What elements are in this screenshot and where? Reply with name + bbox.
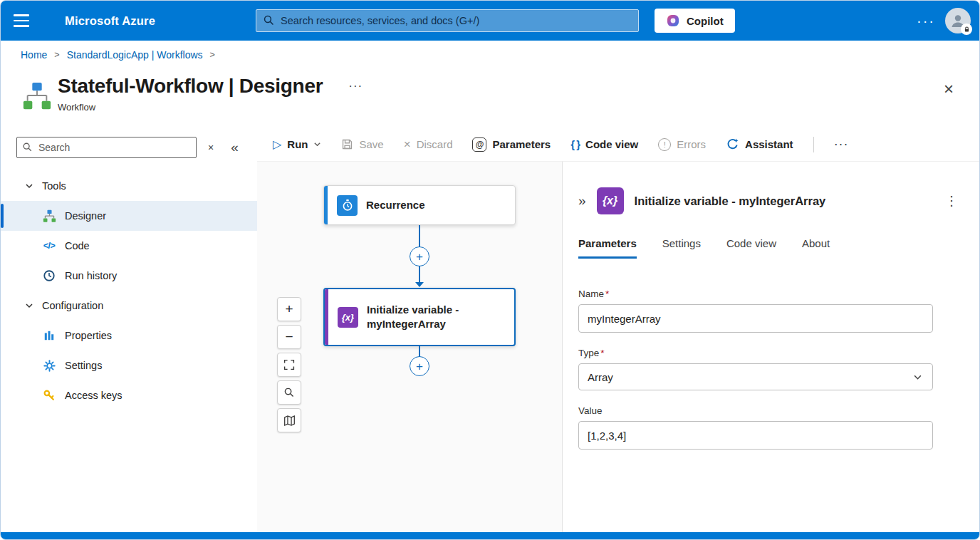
sidebar-item-label: Run history	[65, 270, 117, 281]
workflow-icon	[22, 81, 52, 112]
search-icon	[22, 142, 33, 152]
run-button[interactable]: ▷ Run	[273, 137, 321, 151]
sidebar-item-properties[interactable]: Properties	[1, 321, 257, 351]
sidebar-item-label: Settings	[65, 360, 102, 371]
workflow-mini-icon	[42, 209, 56, 223]
action-details-panel: » {x} Initialize variable - myIntegerArr…	[562, 161, 979, 532]
gear-icon	[42, 360, 56, 372]
add-action-button[interactable]: +	[410, 356, 429, 376]
discard-icon: ×	[404, 137, 411, 152]
hamburger-menu-icon[interactable]	[14, 12, 32, 29]
assistant-icon	[726, 137, 739, 151]
connector-line	[419, 266, 420, 282]
fit-to-window-button[interactable]	[277, 353, 301, 377]
name-field-label: Name*	[578, 289, 962, 299]
parameters-form: Name* Type* Array	[578, 289, 962, 450]
zoom-in-button[interactable]: +	[277, 297, 301, 321]
sidebar-item-label: Access keys	[65, 390, 123, 401]
type-dropdown-value: Array	[588, 371, 613, 383]
parameters-button[interactable]: @ Parameters	[472, 137, 551, 152]
assistant-button[interactable]: Assistant	[726, 137, 793, 151]
clear-search-button[interactable]: ×	[208, 142, 214, 153]
clock-icon	[42, 269, 56, 282]
tab-code-view[interactable]: Code view	[726, 237, 776, 259]
value-field-label: Value	[578, 405, 962, 416]
sidebar-item-label: Properties	[65, 330, 112, 341]
sidebar-item-run-history[interactable]: Run history	[1, 261, 257, 291]
node-accent	[325, 289, 328, 345]
add-action-button[interactable]: +	[410, 246, 429, 266]
node-recurrence[interactable]: Recurrence	[323, 185, 516, 225]
required-marker: *	[605, 289, 609, 299]
copilot-button[interactable]: Copilot	[655, 9, 735, 33]
bottom-status-bar	[1, 532, 979, 539]
designer-toolbar: ▷ Run Save × Discard @ Parameters {	[257, 128, 979, 161]
close-blade-button[interactable]: ×	[944, 81, 954, 98]
sidebar-search	[16, 137, 197, 158]
collapse-sidebar-button[interactable]: «	[231, 140, 239, 155]
sidebar-search-input[interactable]	[16, 137, 197, 158]
sidebar-group-label: Tools	[42, 180, 66, 192]
azure-brand: Microsoft Azure	[65, 1, 155, 41]
search-icon	[263, 14, 275, 26]
global-search	[256, 9, 639, 32]
braces-icon: { }	[570, 138, 580, 150]
tab-parameters[interactable]: Parameters	[578, 237, 637, 259]
expand-panel-button[interactable]: »	[578, 193, 586, 209]
discard-button[interactable]: × Discard	[404, 137, 453, 152]
fit-icon	[283, 359, 295, 370]
canvas-search-button[interactable]	[277, 380, 301, 405]
bar-chart-icon	[42, 330, 56, 341]
type-dropdown[interactable]: Array	[578, 363, 933, 390]
sidebar-group-tools[interactable]: Tools	[1, 171, 257, 201]
designer-canvas[interactable]: Recurrence + {x} Initialize variable - m…	[257, 161, 562, 532]
breadcrumb-separator: >	[54, 50, 59, 60]
save-icon	[341, 138, 353, 150]
resource-sidebar: × « Tools Designer </> Code	[1, 128, 257, 532]
account-avatar[interactable]	[945, 8, 971, 33]
sidebar-group-label: Configuration	[42, 300, 103, 311]
page-more-menu[interactable]: ···	[348, 79, 363, 93]
breadcrumb-app-link[interactable]: StandardLogicApp | Workflows	[67, 49, 203, 61]
sidebar-item-access-keys[interactable]: Access keys	[1, 380, 257, 410]
search-icon	[283, 387, 295, 398]
zoom-out-button[interactable]: −	[277, 325, 301, 349]
node-initialize-variable[interactable]: {x} Initialize variable - myIntegerArray	[323, 288, 516, 346]
breadcrumb-separator: >	[210, 50, 215, 60]
sidebar-item-settings[interactable]: Settings	[1, 351, 257, 380]
copilot-label: Copilot	[687, 15, 724, 27]
name-field[interactable]	[578, 304, 933, 333]
top-more-menu[interactable]: ···	[917, 1, 935, 41]
canvas-zoom-toolbar: + −	[277, 297, 301, 432]
chevron-down-icon	[25, 301, 33, 310]
page-title: Stateful-Workflow | Designer	[58, 72, 323, 100]
sidebar-group-configuration[interactable]: Configuration	[1, 291, 257, 321]
variable-icon: {x}	[338, 307, 358, 328]
panel-tabs: Parameters Settings Code view About	[578, 237, 962, 259]
recurrence-icon	[337, 195, 358, 216]
tab-about[interactable]: About	[802, 237, 830, 259]
key-icon	[42, 389, 56, 402]
breadcrumb-home-link[interactable]: Home	[21, 49, 47, 61]
node-accent	[324, 186, 328, 224]
tab-settings[interactable]: Settings	[662, 237, 701, 259]
code-icon: </>	[42, 241, 56, 251]
node-title: Recurrence	[366, 198, 425, 212]
global-search-input[interactable]	[256, 9, 639, 32]
code-view-button[interactable]: { } Code view	[570, 138, 638, 150]
connector-line	[419, 225, 420, 247]
save-button[interactable]: Save	[341, 138, 383, 150]
errors-button[interactable]: ! Errors	[658, 138, 706, 151]
connector-line	[419, 346, 420, 357]
value-field[interactable]	[578, 421, 933, 450]
sidebar-item-designer[interactable]: Designer	[1, 201, 257, 231]
toolbar-more-menu[interactable]: ···	[834, 137, 849, 152]
lock-icon	[961, 24, 972, 35]
toolbar-divider	[813, 137, 814, 152]
panel-more-menu[interactable]: ⋮	[941, 193, 962, 209]
sidebar-item-label: Designer	[65, 210, 106, 222]
chevron-down-icon	[25, 182, 33, 190]
minimap-button[interactable]	[277, 408, 301, 432]
type-field-label: Type*	[578, 348, 962, 358]
sidebar-item-code[interactable]: </> Code	[1, 231, 257, 261]
